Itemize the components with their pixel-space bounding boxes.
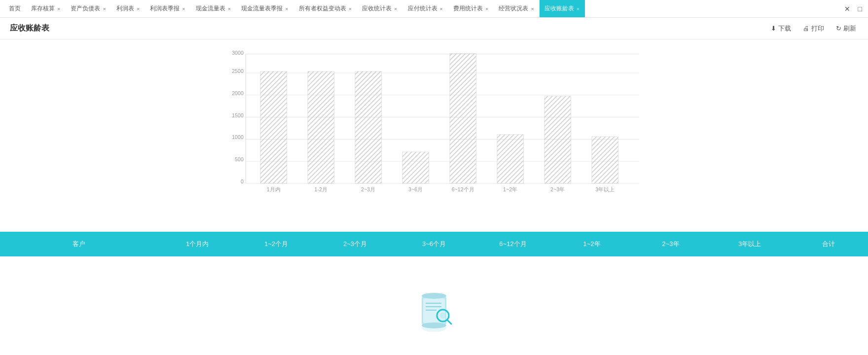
col-customer: 客户 [0, 240, 158, 248]
close-icon[interactable]: × [285, 6, 288, 12]
svg-text:1500: 1500 [232, 112, 244, 118]
minimize-button[interactable]: ✕ [842, 4, 852, 14]
tab-ar-stats[interactable]: 应收统计表 × [357, 0, 402, 18]
bar-1-2year [497, 135, 523, 183]
bar-2-3month [355, 71, 381, 183]
tab-bar: 首页 库存核算 × 资产负债表 × 利润表 × 利润表季报 × 现金流量表 × … [0, 0, 868, 18]
chart-area: 0 500 1000 1500 2000 2500 3000 1月内 [0, 39, 868, 232]
col-1month: 1个月内 [158, 240, 237, 248]
col-6-12month: 6~12个月 [473, 240, 552, 248]
col-2-3year: 2~3年 [631, 240, 710, 248]
window-actions: ✕ □ [842, 4, 864, 14]
close-icon[interactable]: × [228, 6, 231, 12]
refresh-button[interactable]: ↻ 刷新 [834, 23, 858, 34]
tab-expense-stats[interactable]: 费用统计表 × [448, 0, 494, 18]
svg-text:500: 500 [235, 156, 244, 162]
svg-point-34 [440, 313, 446, 319]
col-1-2month: 1~2个月 [237, 240, 316, 248]
svg-line-33 [447, 320, 451, 324]
close-icon[interactable]: × [57, 6, 60, 12]
bar-2-3year [544, 96, 571, 183]
tab-operations[interactable]: 经营状况表 × [494, 0, 539, 18]
tab-cashflow[interactable]: 现金流量表 × [191, 0, 236, 18]
svg-text:3年以上: 3年以上 [595, 186, 615, 192]
svg-text:0: 0 [241, 178, 244, 184]
tab-home[interactable]: 首页 [4, 0, 26, 18]
close-icon[interactable]: × [531, 6, 534, 12]
table-header: 客户 1个月内 1~2个月 2~3个月 3~6个月 6~12个月 1~2年 2~… [0, 232, 868, 256]
svg-text:1~2年: 1~2年 [503, 186, 517, 192]
svg-text:3~6月: 3~6月 [408, 186, 423, 192]
tab-equity-changes[interactable]: 所有者权益变动表 × [294, 0, 357, 18]
close-icon[interactable]: × [349, 6, 352, 12]
page-header: 应收账龄表 ⬇ 下载 🖨 打印 ↻ 刷新 [0, 18, 868, 39]
print-icon: 🖨 [803, 25, 809, 32]
svg-text:1-2月: 1-2月 [314, 186, 327, 192]
tab-cashflow-quarterly[interactable]: 现金流量表季报 × [236, 0, 293, 18]
bar-chart: 0 500 1000 1500 2000 2500 3000 1月内 [20, 49, 848, 207]
bar-6-12month [450, 54, 476, 183]
page-title: 应收账龄表 [10, 23, 49, 34]
bar-3plus-year [592, 137, 618, 183]
col-2-3month: 2~3个月 [316, 240, 395, 248]
close-icon[interactable]: × [485, 6, 488, 12]
chart-container: 0 500 1000 1500 2000 2500 3000 1月内 [20, 49, 848, 207]
bar-1month [260, 71, 287, 183]
col-total: 合计 [789, 240, 868, 248]
svg-text:1000: 1000 [232, 134, 244, 140]
download-button[interactable]: ⬇ 下载 [769, 23, 793, 34]
tab-profit-quarterly[interactable]: 利润表季报 × [145, 0, 190, 18]
svg-point-30 [422, 293, 446, 299]
maximize-button[interactable]: □ [856, 4, 864, 14]
download-icon: ⬇ [771, 25, 776, 32]
close-icon[interactable]: × [182, 6, 185, 12]
empty-state [0, 256, 868, 355]
tab-inventory[interactable]: 库存核算 × [26, 0, 66, 18]
tab-ap-stats[interactable]: 应付统计表 × [403, 0, 448, 18]
empty-illustration [409, 286, 459, 335]
close-icon[interactable]: × [103, 6, 106, 12]
close-icon[interactable]: × [137, 6, 140, 12]
svg-text:1月内: 1月内 [267, 186, 281, 192]
close-icon[interactable]: × [577, 6, 579, 12]
svg-text:2500: 2500 [232, 68, 244, 74]
tab-profit[interactable]: 利润表 × [111, 0, 145, 18]
tab-ar-aging[interactable]: 应收账龄表 × [540, 0, 585, 18]
bar-3-6month [402, 152, 429, 183]
bar-1-2month [308, 71, 334, 183]
svg-text:2~3年: 2~3年 [550, 186, 565, 192]
tab-balance-sheet[interactable]: 资产负债表 × [66, 0, 111, 18]
svg-text:2000: 2000 [232, 90, 244, 96]
print-button[interactable]: 🖨 打印 [801, 23, 826, 34]
refresh-icon: ↻ [836, 25, 841, 32]
close-icon[interactable]: × [440, 6, 443, 12]
main-content: 0 500 1000 1500 2000 2500 3000 1月内 [0, 39, 868, 355]
col-1-2year: 1~2年 [552, 240, 631, 248]
close-icon[interactable]: × [394, 6, 397, 12]
svg-point-31 [422, 322, 446, 328]
svg-text:2~3月: 2~3月 [361, 186, 375, 192]
svg-text:3000: 3000 [232, 50, 244, 56]
header-actions: ⬇ 下载 🖨 打印 ↻ 刷新 [769, 23, 858, 34]
col-3plus-year: 3年以上 [710, 240, 789, 248]
svg-text:6~12个月: 6~12个月 [452, 186, 474, 192]
col-3-6month: 3~6个月 [395, 240, 473, 248]
